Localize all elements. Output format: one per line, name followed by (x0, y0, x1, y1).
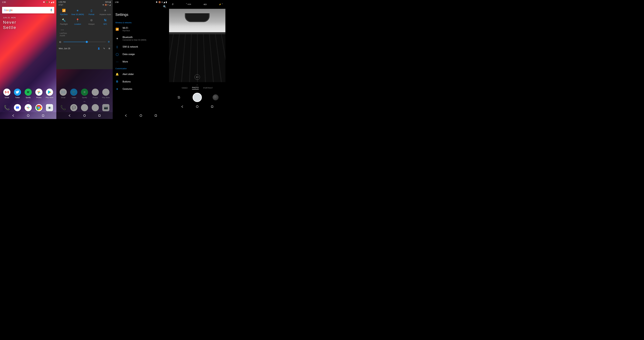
dock-chrome[interactable] (34, 104, 44, 111)
settings-item-alert-slider[interactable]: 🔔Alert slider (113, 70, 169, 78)
nav-home[interactable] (139, 114, 142, 117)
qs-user-icon[interactable]: 👤 (98, 47, 100, 50)
nav-back[interactable] (12, 114, 15, 117)
dock-slack[interactable]: ⌗ (80, 104, 89, 111)
camera-options-handle[interactable]: ︿ (169, 82, 226, 86)
app-play-store[interactable]: ▶Play Store (101, 88, 110, 98)
nav-home[interactable] (196, 105, 199, 108)
buttons-icon: B (116, 80, 119, 83)
status-time: 1:56 (115, 1, 156, 3)
app-drawer-handle[interactable]: ︿ (56, 99, 113, 103)
mode-video[interactable]: VIDEO (182, 87, 188, 90)
settings-item-buttons[interactable]: BButtons (113, 78, 169, 85)
nav-home[interactable] (83, 114, 86, 117)
section-customization: Customization (113, 66, 169, 70)
nav-back[interactable] (181, 105, 184, 108)
zoom-badge[interactable]: 1 × (194, 74, 200, 80)
svg-rect-0 (51, 9, 52, 10)
gmail-icon: ✉️ (60, 88, 67, 96)
settings-item-more[interactable]: ⋯More (113, 58, 169, 66)
aspect-ratio-toggle[interactable]: 4:3 (204, 3, 206, 6)
qs-tiles-grid: 📶PymTech ∗Gear S3 (88D8) ▯Portrait ✈Airp… (56, 8, 113, 26)
qs-battery: 56% ▮ (105, 1, 110, 3)
home-screen: 1:55 ✱ 🔕 ▾ ◢ ▮ Google JUN 25, MON Never … (0, 0, 56, 119)
nav-recents[interactable] (154, 114, 158, 117)
nav-recents[interactable] (98, 114, 101, 117)
dock-camera[interactable] (45, 104, 54, 111)
camera-controls (169, 91, 226, 103)
brightness-slider[interactable]: ◐ ✲ (56, 37, 113, 45)
dock-slack[interactable] (24, 104, 33, 111)
app-gmail[interactable]: Gmail (2, 88, 12, 98)
nav-back[interactable] (68, 114, 71, 117)
play-store-icon: ▶ (102, 88, 110, 96)
app-drawer-handle[interactable]: ︿ (0, 99, 56, 103)
brightness-low-icon: ◐ (59, 40, 62, 43)
svg-point-18 (49, 107, 50, 108)
nav-recents[interactable] (210, 105, 214, 108)
google-search-bar[interactable]: Google (2, 7, 54, 14)
nav-recents[interactable] (42, 114, 45, 117)
qs-tile-flashlight[interactable]: 🔦Flashlight (57, 18, 71, 25)
nav-back[interactable] (124, 114, 128, 117)
app-spotify[interactable]: ≡Spotify (80, 88, 89, 98)
dnd-icon: 🔕 (46, 1, 48, 3)
timer-icon[interactable]: ⏱̸ (172, 3, 174, 6)
flash-toggle[interactable]: ⚡A (219, 3, 223, 6)
qs-tile-nfc[interactable]: ℕNFC (98, 18, 112, 25)
app-photos[interactable]: ✿Photos (90, 88, 100, 98)
qs-edit-icon[interactable]: ✎ (103, 47, 105, 50)
camera-viewfinder[interactable]: 1 × (169, 9, 226, 82)
dock-area: Gmail Twitter Spotify Photos Play Store … (0, 88, 56, 119)
nav-home[interactable] (26, 114, 30, 117)
airplane-icon: ✈ (104, 9, 106, 12)
gallery-thumbnail[interactable] (212, 94, 218, 100)
dock-camera[interactable]: 📷 (101, 104, 110, 111)
flip-camera-icon[interactable] (176, 94, 182, 100)
play-store-icon (46, 88, 53, 96)
dock-phone[interactable]: 📞 (58, 104, 68, 111)
qs-tile-airplane[interactable]: ✈Airplane mode (98, 9, 112, 16)
dock-messages[interactable]: 💬 (69, 104, 78, 111)
qs-footer: Mon, Jun 25 👤 ✎ ⚙ (56, 45, 113, 52)
qs-tile-hotspot[interactable]: ⊚Hotspot (84, 18, 98, 25)
mode-portrait[interactable]: PORTRAIT (203, 87, 213, 90)
wifi-icon: 📶 (116, 28, 119, 31)
qs-tile-wifi[interactable]: 📶PymTech (57, 9, 71, 16)
gmail-icon (3, 88, 10, 96)
app-spotify[interactable]: Spotify (24, 88, 33, 98)
hdr-toggle[interactable]: AHDR (186, 4, 191, 5)
qs-tile-rotation[interactable]: ▯Portrait (84, 9, 98, 16)
messages-icon (14, 104, 21, 111)
settings-item-wifi[interactable]: 📶Wi-FiPymTech (113, 24, 169, 34)
wifi-icon: ▾ (49, 1, 50, 3)
dock-messages[interactable] (13, 104, 22, 111)
app-gmail[interactable]: ✉️Gmail (58, 88, 68, 98)
qs-tile-lastpass[interactable]: LastPassAutofill (56, 32, 113, 37)
brightness-auto-icon[interactable]: ✲ (108, 40, 110, 43)
mic-icon[interactable] (50, 9, 52, 12)
shutter-button[interactable] (192, 93, 202, 102)
settings-item-data[interactable]: ◯Data usage (113, 50, 169, 58)
settings-item-sim[interactable]: ▯SIM & network (113, 43, 169, 50)
qs-tile-lastpass-dots[interactable]: ••• (56, 26, 113, 32)
dock-phone[interactable]: 📞 (2, 104, 12, 111)
qs-settings-icon[interactable]: ⚙ (108, 47, 110, 50)
app-photos[interactable]: Photos (34, 88, 44, 98)
svg-rect-7 (28, 106, 28, 108)
settings-item-bluetooth[interactable]: ∗BluetoothConnected to Gear S3 (88D8) (113, 34, 169, 43)
settings-screen: 1:56 ✱🔕▾◢▮ 🔍 Settings Wireless & network… (113, 0, 169, 119)
camera-mode-selector[interactable]: VIDEO PHOTO PORTRAIT (169, 86, 226, 91)
qs-tile-location[interactable]: 📍Location (71, 18, 85, 25)
app-twitter[interactable]: Twitter (13, 88, 22, 98)
mode-photo[interactable]: PHOTO (192, 87, 199, 90)
quick-settings-shade[interactable]: 1:55 PM 56% ▮ AT&T ✱ 🔕 ▾ ◢ 📶PymTech ∗Gea… (56, 0, 113, 69)
app-twitter[interactable]: 🐦Twitter (69, 88, 78, 98)
settings-item-gestures[interactable]: ●Gestures (113, 85, 169, 92)
app-play-store[interactable]: Play Store (45, 88, 54, 98)
dock-chrome[interactable]: ◉ (90, 104, 100, 111)
search-icon[interactable]: 🔍 (163, 5, 166, 8)
camera-icon (46, 104, 53, 111)
sim-icon: ▯ (116, 45, 119, 48)
qs-tile-bluetooth[interactable]: ∗Gear S3 (88D8) (71, 9, 85, 16)
